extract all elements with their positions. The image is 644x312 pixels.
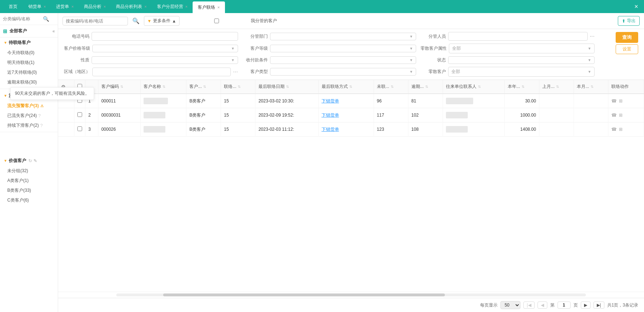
sidebar-item-ungrouped[interactable]: 未分组(32)	[0, 166, 58, 176]
row-last-type-0[interactable]: 下销货单	[318, 94, 374, 108]
sort-overdue-icon[interactable]: ⇅	[425, 85, 428, 89]
query-button[interactable]: 查询	[616, 32, 638, 43]
action-more-icon-2[interactable]: ⊞	[619, 127, 623, 132]
row-last-type-link-0[interactable]: 下销货单	[322, 98, 339, 104]
sidebar-item-tomorrow[interactable]: 明天待联络(1)	[0, 58, 58, 68]
sort-thismonth-icon[interactable]: ⇅	[591, 85, 593, 89]
th-code[interactable]: 客户编码⇅	[98, 80, 140, 94]
action-phone-icon-0[interactable]: ☎	[611, 98, 617, 104]
row-last-type-1[interactable]: 下销货单	[318, 108, 374, 122]
th-type[interactable]: 客户...⇅	[186, 80, 221, 94]
tab-sales[interactable]: 销货单 ×	[23, 0, 51, 13]
sort-code-icon[interactable]: ⇅	[120, 85, 123, 89]
tab-customer-contact[interactable]: 客户联络 ×	[193, 1, 225, 13]
settings-button[interactable]: 设置	[616, 44, 638, 54]
group-pending-contact[interactable]: ▼ 待联络客户	[0, 37, 58, 48]
field-retail-customer-dropdown[interactable]: 全部 ▼	[448, 67, 595, 77]
field-region-input[interactable]	[92, 68, 231, 76]
refresh-icon[interactable]: ↻	[28, 158, 32, 163]
sidebar-search-input[interactable]	[3, 16, 43, 21]
sidebar-item-class-b[interactable]: B类客户(33)	[0, 186, 58, 195]
field-dept-dropdown[interactable]: ▼	[270, 33, 416, 40]
next-page-btn[interactable]: ▶	[581, 301, 591, 309]
sidebar-item-7days[interactable]: 近7天待联络(0)	[0, 68, 58, 77]
th-last-contact-type[interactable]: 最后联络方式⇅	[318, 80, 374, 94]
row-checkbox-2[interactable]	[74, 122, 85, 137]
field-customer-type-dropdown[interactable]: ▼	[270, 68, 416, 76]
tab-sales-close[interactable]: ×	[44, 4, 46, 9]
row-last-type-link-1[interactable]: 下销货单	[322, 113, 339, 118]
th-overdue[interactable]: 逾期...⇅	[408, 80, 443, 94]
field-phone-input[interactable]	[92, 32, 238, 41]
sort-unit-icon[interactable]: ⇅	[478, 85, 481, 89]
field-manager-more-btn[interactable]: ···	[590, 33, 595, 40]
field-manager-input[interactable]	[448, 32, 587, 41]
current-page-input[interactable]	[558, 301, 571, 309]
prev-page-btn[interactable]: ◀	[538, 301, 547, 309]
field-status-dropdown[interactable]: ▼	[448, 56, 595, 64]
th-no-contact[interactable]: 未联...⇅	[374, 80, 408, 94]
row-last-type-link-2[interactable]: 下销货单	[322, 127, 339, 132]
first-page-btn[interactable]: |◀	[523, 301, 534, 309]
field-payment-dropdown[interactable]: ▼	[270, 56, 416, 64]
search-input[interactable]	[63, 17, 128, 25]
sidebar-item-class-a[interactable]: A类客户(1)	[0, 176, 58, 186]
window-close-btn[interactable]: ×	[631, 3, 641, 11]
search-button[interactable]: 🔍	[132, 17, 140, 24]
field-retail-attr-dropdown[interactable]: 全部 ▼	[449, 44, 595, 53]
sidebar-item-churned[interactable]: 已流失客户(24) ?	[0, 111, 58, 121]
sort-type2-icon[interactable]: ⇅	[349, 85, 352, 89]
action-more-icon-0[interactable]: ⊞	[619, 98, 623, 104]
row-checkbox-1[interactable]	[74, 108, 85, 122]
sidebar-item-churn-warning[interactable]: 流失预警客户(3) ⚠	[0, 101, 58, 111]
sidebar-item-today[interactable]: 今天待联络(0)	[0, 48, 58, 58]
th-last-month[interactable]: 上月...⇅	[539, 80, 573, 94]
tab-customer-contact-close[interactable]: ×	[217, 5, 220, 9]
sort-year-icon[interactable]: ⇅	[522, 85, 524, 89]
sidebar-item-class-c[interactable]: C类客户(6)	[0, 195, 58, 205]
field-price-level-dropdown[interactable]: ▼	[92, 45, 238, 52]
group-value[interactable]: ▼ 价值客户 ↻ ✎	[0, 155, 58, 166]
tab-customer-layer[interactable]: 客户分层经营 ×	[152, 0, 193, 13]
th-unit-contact[interactable]: 往来单位联系人⇅	[443, 80, 504, 94]
sidebar-item-overdue[interactable]: 逾期未联络(30)	[0, 77, 58, 87]
tab-purchase-close[interactable]: ×	[71, 4, 73, 9]
th-name[interactable]: 客户名称⇅	[140, 80, 186, 94]
edit-icon[interactable]: ✎	[33, 158, 37, 163]
row-checkbox-input-2[interactable]	[77, 126, 82, 131]
th-last-contact-date[interactable]: 最后联络日期⇅	[255, 80, 318, 94]
row-checkbox-input-1[interactable]	[77, 112, 82, 117]
sidebar-search-icon[interactable]: 🔍	[43, 16, 49, 22]
export-button[interactable]: ⬆ 导出	[618, 16, 640, 26]
tab-customer-layer-close[interactable]: ×	[185, 4, 188, 9]
sort-date-icon[interactable]: ⇅	[286, 85, 289, 89]
action-phone-icon-2[interactable]: ☎	[611, 127, 617, 132]
page-size-select[interactable]: 50 100 200	[500, 301, 520, 309]
sort-name-icon[interactable]: ⇅	[162, 85, 165, 89]
field-region-more-btn[interactable]: ···	[233, 69, 238, 75]
row-last-type-2[interactable]: 下销货单	[318, 122, 374, 137]
more-conditions-btn[interactable]: ▼ 更多条件 ▲	[144, 16, 180, 26]
tab-home[interactable]: 首页	[3, 0, 23, 13]
tab-analysis[interactable]: 商品分析 ×	[79, 0, 111, 13]
my-customers-checkbox[interactable]	[184, 19, 249, 23]
action-phone-icon-1[interactable]: ☎	[611, 113, 617, 118]
tab-analysis-close[interactable]: ×	[104, 4, 106, 9]
tab-analysis-table[interactable]: 商品分析列表 ×	[111, 0, 152, 13]
field-customer-level-dropdown[interactable]: ▼	[270, 45, 416, 52]
all-customers-header[interactable]: ⊞ 全部客户 «	[0, 25, 58, 37]
th-this-year[interactable]: 本年...⇅	[505, 80, 539, 94]
action-more-icon-1[interactable]: ⊞	[619, 113, 623, 118]
th-this-month[interactable]: 本月...⇅	[573, 80, 608, 94]
field-nature-dropdown[interactable]: ▼	[92, 56, 238, 64]
th-contact[interactable]: 联络...⇅	[221, 80, 255, 94]
sort-nocontact-icon[interactable]: ⇅	[391, 85, 394, 89]
sidebar-item-declining[interactable]: 持续下滑客户(2) ?	[0, 121, 58, 130]
sort-contact-icon[interactable]: ⇅	[238, 85, 241, 89]
tab-purchase[interactable]: 进货单 ×	[51, 0, 79, 13]
last-page-btn[interactable]: ▶|	[593, 301, 604, 309]
sort-type-icon[interactable]: ⇅	[203, 85, 206, 89]
sort-lastmonth-icon[interactable]: ⇅	[556, 85, 559, 89]
collapse-icon[interactable]: «	[52, 29, 55, 34]
tab-analysis-table-close[interactable]: ×	[144, 4, 146, 9]
